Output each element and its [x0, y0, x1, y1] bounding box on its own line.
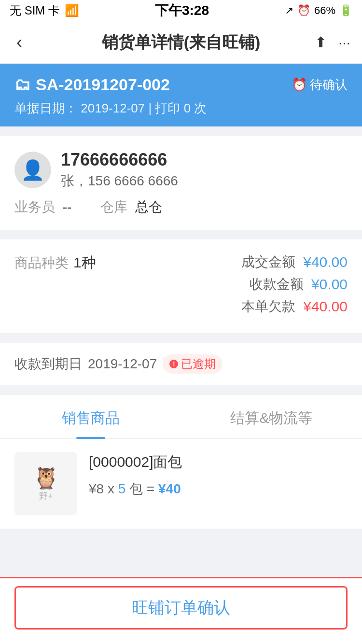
avatar-icon: 👤: [21, 159, 45, 182]
customer-phone: 17666666666: [61, 150, 178, 170]
wifi-icon: 📶: [65, 4, 79, 17]
share-icon[interactable]: ⬆︎: [315, 34, 327, 51]
date-label: 单据日期：: [14, 101, 77, 115]
product-thumbnail: 🦉 野+: [14, 452, 77, 515]
order-header-card: 🗂 SA-20191207-002 ⏰ 待确认 单据日期： 2019-12-07…: [0, 64, 362, 126]
received-amount-row: 收款金额 ¥0.00: [241, 275, 348, 294]
received-label: 收款金额: [250, 275, 304, 294]
salesman-label: 业务员: [14, 199, 55, 214]
more-icon[interactable]: ···: [338, 34, 350, 51]
tab-settlement[interactable]: 结算&物流等: [181, 395, 362, 438]
tab-sales-label: 销售商品: [62, 410, 120, 426]
confirm-button[interactable]: 旺铺订单确认: [14, 586, 348, 630]
due-date-row: 收款到期日 2019-12-07 ! 已逾期: [14, 354, 348, 374]
battery-icon: 🔋: [339, 4, 352, 17]
tabs-row: 销售商品 结算&物流等: [0, 395, 362, 439]
order-status: ⏰ 待确认: [292, 76, 348, 93]
order-id: 🗂 SA-20191207-002: [14, 75, 170, 94]
warehouse-item: 仓库 总仓: [100, 198, 162, 216]
customer-name: 张，156 6666 6666: [61, 172, 178, 190]
product-total: ¥40: [158, 481, 181, 496]
price-multiply: x: [108, 481, 118, 496]
nav-actions: ⬆︎ ···: [315, 34, 350, 51]
product-types-info: 商品种类 1种: [14, 253, 96, 273]
deal-label: 成交金额: [241, 253, 295, 271]
price-value: ¥8: [89, 481, 104, 496]
status-bar: 无 SIM 卡 📶 下午3:28 ↗ ⏰ 66% 🔋: [0, 0, 362, 21]
tab-sales[interactable]: 销售商品: [0, 395, 181, 438]
overdue-badge: ! 已逾期: [163, 354, 223, 374]
warehouse-label: 仓库: [100, 199, 127, 214]
customer-details: 17666666666 张，156 6666 6666: [61, 150, 178, 190]
order-date: 2019-12-07: [81, 101, 145, 115]
status-left: 无 SIM 卡 📶: [10, 3, 79, 18]
warehouse-value: 总仓: [135, 199, 162, 214]
avatar: 👤: [14, 152, 51, 188]
carrier-label: 无 SIM 卡: [10, 3, 60, 18]
bottom-bar: 旺铺订单确认: [0, 577, 362, 644]
print-info: | 打印 0 次: [148, 101, 207, 115]
owed-amount: ¥40.00: [303, 298, 348, 315]
customer-card: 👤 17666666666 张，156 6666 6666 业务员 -- 仓库 …: [0, 136, 362, 230]
alarm-icon: ⏰: [297, 4, 310, 17]
overdue-text: 已逾期: [181, 356, 216, 372]
order-id-icon: 🗂: [14, 75, 31, 94]
overdue-icon: !: [169, 360, 178, 368]
price-equals: =: [147, 481, 158, 496]
product-price-row: ¥8 x 5 包 = ¥40: [89, 480, 348, 498]
status-time: 下午3:28: [155, 1, 209, 20]
salesman-value: --: [63, 199, 72, 214]
customer-info: 👤 17666666666 张，156 6666 6666 业务员 -- 仓库 …: [0, 136, 362, 230]
amounts-section: 成交金额 ¥40.00 收款金额 ¥0.00 本单欠款 ¥40.00: [241, 253, 348, 320]
salesman-item: 业务员 --: [14, 198, 71, 216]
due-date-value: 2019-12-07: [88, 356, 157, 372]
product-name: [0000002]面包: [89, 452, 348, 472]
nav-bar: ‹ 销货单详情(来自旺铺) ⬆︎ ···: [0, 21, 362, 64]
page-title: 销货单详情(来自旺铺): [102, 31, 261, 54]
order-date-row: 单据日期： 2019-12-07 | 打印 0 次: [14, 100, 348, 117]
clock-icon: ⏰: [292, 77, 307, 92]
deal-amount: ¥40.00: [303, 254, 348, 270]
product-qty: 5: [118, 481, 126, 496]
product-item: 🦉 野+ [0000002]面包 ¥8 x 5 包 = ¥40: [0, 439, 362, 529]
received-amount: ¥0.00: [311, 276, 348, 293]
due-date-section: 收款到期日 2019-12-07 ! 已逾期: [0, 343, 362, 385]
battery-label: 66%: [314, 4, 335, 17]
status-text: 待确认: [310, 76, 348, 93]
product-unit: 包: [129, 481, 143, 496]
product-types-label: 商品种类: [14, 254, 69, 272]
deal-amount-row: 成交金额 ¥40.00: [241, 253, 348, 271]
tab-settlement-label: 结算&物流等: [230, 410, 312, 426]
order-id-text: SA-20191207-002: [36, 75, 170, 94]
owed-amount-row: 本单欠款 ¥40.00: [241, 297, 348, 316]
summary-section: 商品种类 1种 成交金额 ¥40.00 收款金额 ¥0.00 本单欠款 ¥40.…: [0, 239, 362, 333]
back-button[interactable]: ‹: [12, 28, 27, 57]
product-info: [0000002]面包 ¥8 x 5 包 = ¥40: [89, 452, 348, 515]
customer-meta: 业务员 -- 仓库 总仓: [14, 198, 348, 216]
product-types-value: 1种: [73, 253, 96, 273]
product-brand-label: 野+: [39, 490, 53, 502]
product-owl-icon: 🦉: [33, 465, 59, 490]
location-icon: ↗: [285, 4, 293, 17]
order-header-top: 🗂 SA-20191207-002 ⏰ 待确认: [14, 75, 348, 94]
customer-row: 👤 17666666666 张，156 6666 6666: [14, 150, 348, 190]
due-date-label: 收款到期日: [14, 355, 82, 373]
summary-row: 商品种类 1种 成交金额 ¥40.00 收款金额 ¥0.00 本单欠款 ¥40.…: [14, 253, 348, 320]
tabs-section: 销售商品 结算&物流等 🦉 野+ [0000002]面包 ¥8 x 5 包 = …: [0, 395, 362, 529]
status-right: ↗ ⏰ 66% 🔋: [285, 4, 352, 17]
owed-label: 本单欠款: [241, 297, 295, 316]
